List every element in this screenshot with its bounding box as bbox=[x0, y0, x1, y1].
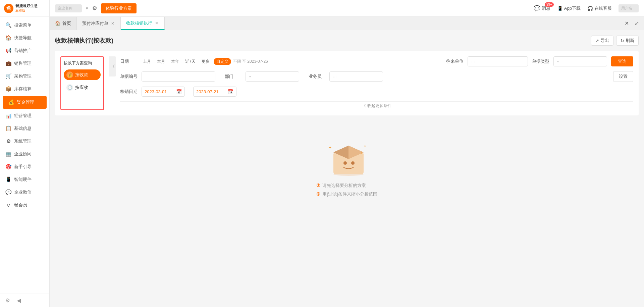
settings-btn[interactable]: 设置 bbox=[613, 71, 633, 82]
calendar-start-icon[interactable]: 📅 bbox=[176, 89, 182, 94]
date-this-month[interactable]: 本月 bbox=[155, 58, 167, 65]
export-btn[interactable]: ↗ 导出 bbox=[591, 36, 613, 46]
tab-receipt-offset[interactable]: 收款核销执行 ✕ bbox=[121, 17, 165, 30]
date-shortcuts: 上月 本月 本年 近7天 更多 自定义 不限 至 2023-07-26 bbox=[141, 58, 268, 65]
doc-no-input[interactable] bbox=[142, 71, 215, 82]
app-download-btn[interactable]: 📱 App下载 bbox=[557, 5, 581, 11]
doc-type-select[interactable]: ▾ bbox=[553, 56, 607, 66]
phone-icon: 📱 bbox=[557, 6, 563, 11]
svg-text:✦: ✦ bbox=[328, 145, 332, 150]
sidebar-item-operation[interactable]: 📊 经营管理 bbox=[0, 109, 49, 122]
staff-select[interactable]: ··· bbox=[329, 71, 383, 82]
filter-scheme-title: 按以下方案查询 bbox=[64, 60, 101, 66]
date-last-month[interactable]: 上月 bbox=[141, 58, 153, 65]
refresh-icon: ↻ bbox=[621, 38, 624, 43]
search-btn[interactable]: 查询 bbox=[611, 56, 633, 66]
sidebar-footer: ⚙ ◀ bbox=[0, 294, 49, 307]
sidebar-item-enterprise[interactable]: 🏢 企业协同 bbox=[0, 148, 49, 160]
sidebar-item-marketing[interactable]: 📢 营销推广 bbox=[0, 44, 49, 57]
sidebar-nav: 🔍 搜索菜单 🏠 快捷导航 📢 营销推广 💼 销售管理 🛒 采购管理 📦 库存核… bbox=[0, 17, 49, 294]
tab-prepay-close[interactable]: ✕ bbox=[110, 21, 115, 26]
doc-type-label: 单据类型 bbox=[532, 58, 549, 64]
filter-panel: 按以下方案查询 💰 按收款 🕐 按应收 《 日期 bbox=[55, 51, 639, 115]
sidebar-item-search-menu[interactable]: 🔍 搜索菜单 bbox=[0, 19, 49, 32]
sidebar-item-finance[interactable]: 💰 资金管理 bbox=[3, 96, 47, 109]
maximize-btn[interactable]: ⤢ bbox=[632, 19, 641, 28]
logo-text: 畅捷通好生意 标准版 bbox=[15, 3, 38, 13]
sidebar: 兔 畅捷通好生意 标准版 🔍 搜索菜单 🏠 快捷导航 📢 营销推广 💼 销售管理… bbox=[0, 0, 50, 307]
topbar-settings-icon[interactable]: ⚙ bbox=[92, 5, 97, 11]
export-icon: ↗ bbox=[595, 38, 599, 43]
date-this-year[interactable]: 本年 bbox=[169, 58, 181, 65]
message-icon: 💬 bbox=[534, 5, 540, 11]
tab-prepay[interactable]: 预付冲应付单 ✕ bbox=[77, 17, 121, 30]
verify-date-start-group[interactable]: 📅 bbox=[142, 87, 185, 97]
date-more[interactable]: 更多 bbox=[200, 58, 212, 65]
partner-select[interactable]: ··· bbox=[468, 56, 528, 66]
doc-no-label: 单据编号 bbox=[120, 73, 138, 80]
dept-label: 部门 bbox=[225, 73, 241, 80]
svg-text:✦: ✦ bbox=[360, 152, 363, 155]
sidebar-item-basic-info[interactable]: 📋 基础信息 bbox=[0, 122, 49, 135]
topbar-right: 💬 消息 99+ 📱 App下载 🎧 在线客服 用户名 bbox=[534, 4, 639, 12]
verify-date-start-input[interactable] bbox=[145, 89, 175, 94]
sidebar-item-system[interactable]: ⚙ 系统管理 bbox=[0, 135, 49, 148]
topbar-dropdown-icon[interactable]: ▾ bbox=[86, 6, 88, 11]
user-avatar[interactable]: 用户名 bbox=[619, 4, 639, 12]
sidebar-item-sales[interactable]: 💼 销售管理 bbox=[0, 57, 49, 70]
page-actions: ↗ 导出 ↻ 刷新 bbox=[591, 36, 639, 46]
settings-footer-icon[interactable]: ⚙ bbox=[5, 297, 10, 304]
svg-text:✦: ✦ bbox=[364, 144, 366, 148]
filter-collapse-btn[interactable]: 《 bbox=[109, 56, 116, 76]
chevron-up-icon: 《 bbox=[362, 103, 366, 109]
collapse-sidebar-icon[interactable]: ◀ bbox=[17, 297, 21, 304]
enterprise-icon: 🏢 bbox=[5, 151, 11, 157]
refresh-btn[interactable]: ↻ 刷新 bbox=[616, 36, 639, 46]
date-7days[interactable]: 近7天 bbox=[183, 58, 198, 65]
date-custom[interactable]: 自定义 bbox=[214, 58, 231, 65]
home-tab-icon: 🏠 bbox=[55, 21, 60, 26]
date-label: 日期 bbox=[120, 58, 137, 64]
verify-date-end-input[interactable] bbox=[196, 89, 226, 94]
verify-date-end-group[interactable]: 📅 bbox=[193, 87, 236, 97]
content-area: 收款核销执行(按收款) ↗ 导出 ↻ 刷新 按以下方案查询 bbox=[50, 30, 644, 307]
tab-actions: ✕ ⤢ bbox=[622, 19, 644, 28]
svg-point-5 bbox=[343, 161, 347, 165]
tab-receipt-close[interactable]: ✕ bbox=[154, 21, 159, 25]
filter-row-1: 日期 上月 本月 本年 近7天 更多 自定义 不限 至 2023-07-26 往… bbox=[120, 56, 633, 66]
solution-btn[interactable]: 体验行业方案 bbox=[101, 3, 137, 13]
online-service-btn[interactable]: 🎧 在线客服 bbox=[587, 5, 612, 11]
calendar-end-icon[interactable]: 📅 bbox=[228, 89, 233, 94]
sidebar-logo: 兔 畅捷通好生意 标准版 bbox=[0, 0, 49, 17]
member-icon: V bbox=[5, 202, 11, 208]
close-window-btn[interactable]: ✕ bbox=[622, 19, 631, 28]
empty-svg: ✦ ✦ ✦ bbox=[327, 142, 370, 176]
filter-by-receivable[interactable]: 🕐 按应收 bbox=[64, 82, 101, 93]
sidebar-item-smart-hw[interactable]: 📱 智能硬件 bbox=[0, 173, 49, 186]
enterprisewx-icon: 💬 bbox=[5, 189, 11, 195]
sidebar-item-member[interactable]: V 畅会员 bbox=[0, 199, 49, 211]
purchase-icon: 🛒 bbox=[5, 73, 11, 79]
empty-hint-1: ① 请先选择要分析的方案 bbox=[316, 181, 377, 190]
verify-date-range: 📅 — 📅 bbox=[142, 87, 236, 97]
filter-by-receipt[interactable]: 💰 按收款 bbox=[64, 69, 101, 80]
search-icon: 🔍 bbox=[5, 22, 11, 28]
sidebar-item-enterprise-wx[interactable]: 💬 企业微信 bbox=[0, 186, 49, 199]
message-badge: 99+ bbox=[545, 2, 554, 7]
inventory-icon: 📦 bbox=[5, 86, 11, 92]
basicinfo-icon: 📋 bbox=[5, 125, 11, 132]
verify-date-label: 核销日期 bbox=[120, 89, 138, 95]
sidebar-item-purchase[interactable]: 🛒 采购管理 bbox=[0, 70, 49, 83]
page-header: 收款核销执行(按收款) ↗ 导出 ↻ 刷新 bbox=[55, 36, 639, 46]
date-range-separator: — bbox=[187, 89, 191, 94]
empty-text: ① 请先选择要分析的方案 ② 用[过滤]条件来缩小分析范围 bbox=[316, 181, 377, 199]
sidebar-item-beginner[interactable]: 🎯 新手引导 bbox=[0, 160, 49, 173]
main-area: 企业名称 ▾ ⚙ 体验行业方案 💬 消息 99+ 📱 App下载 🎧 在线客服 … bbox=[50, 0, 644, 307]
collapse-more-btn[interactable]: 《 收起更多条件 bbox=[120, 101, 633, 110]
sidebar-item-quick-nav[interactable]: 🏠 快捷导航 bbox=[0, 32, 49, 44]
sidebar-item-inventory[interactable]: 📦 库存核算 bbox=[0, 83, 49, 95]
tabbar: 🏠 首页 预付冲应付单 ✕ 收款核销执行 ✕ ✕ ⤢ bbox=[50, 17, 644, 30]
dept-select[interactable]: ▾ bbox=[246, 71, 299, 82]
tab-home[interactable]: 🏠 首页 bbox=[50, 17, 77, 30]
message-btn[interactable]: 💬 消息 99+ bbox=[534, 5, 550, 11]
